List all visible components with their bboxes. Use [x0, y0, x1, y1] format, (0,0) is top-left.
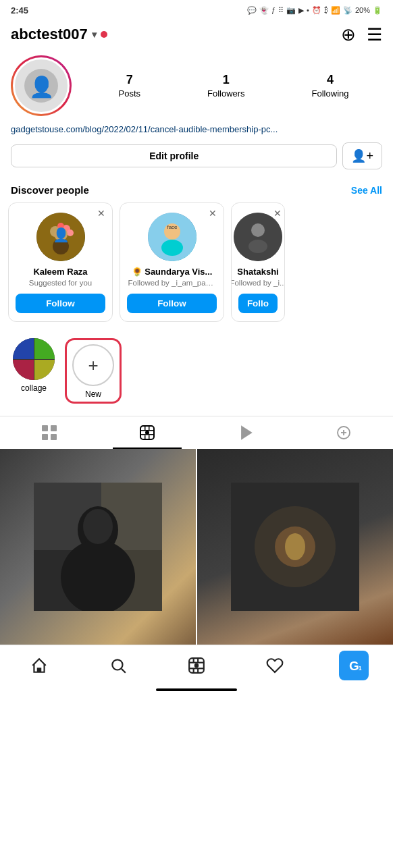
posts-label: Posts	[118, 88, 140, 99]
nav-reels-center[interactable]	[180, 652, 213, 679]
tab-grid[interactable]	[0, 416, 99, 449]
svg-line-43	[121, 669, 125, 673]
heart-icon	[266, 657, 284, 674]
svg-rect-15	[42, 425, 48, 431]
status-bar: 2:45 💬 👻 ƒ ⠿ 📷 ▶ • ⏰ ₿ 📶 📡 20% 🔋	[0, 0, 393, 20]
posts-grid	[0, 449, 393, 645]
nav-home[interactable]	[22, 652, 56, 679]
posts-count: 7	[126, 73, 133, 87]
nav-search[interactable]	[101, 652, 135, 679]
avatar-image-3	[234, 213, 282, 261]
tab-tagged[interactable]	[295, 416, 394, 449]
tab-play[interactable]	[196, 416, 295, 449]
discover-title: Discover people	[11, 184, 89, 196]
scroll-handle	[156, 688, 237, 691]
alarm-icon: ⏰	[312, 6, 321, 15]
svg-rect-23	[145, 426, 146, 430]
collage-cell-4	[34, 360, 55, 381]
stories-row: collage + New	[0, 331, 393, 413]
discover-scroll: ✕ 👤 Kaleem Raza Suggested for you Follow	[0, 202, 393, 331]
svg-text:👤: 👤	[52, 227, 69, 243]
following-count: 4	[327, 73, 334, 87]
svg-rect-25	[145, 435, 146, 439]
svg-rect-41	[37, 668, 42, 672]
facebook-icon: ƒ	[271, 6, 276, 14]
see-all-button[interactable]: See All	[351, 185, 382, 196]
card-close-button-3[interactable]: ✕	[273, 209, 282, 218]
profile-link[interactable]: gadgetstouse.com/blog/2022/02/11/cancel-…	[11, 123, 382, 136]
person-name-2: 🌻 Saundarya Vis...	[132, 267, 213, 277]
discover-header: Discover people See All	[0, 175, 393, 202]
avatar-image-1: 👤	[36, 213, 85, 261]
follow-button-1[interactable]: Follow	[16, 294, 105, 313]
edit-profile-button[interactable]: Edit profile	[11, 144, 337, 167]
post-thumbnail-2[interactable]	[197, 449, 393, 645]
story-label-new: New	[85, 389, 101, 399]
post-image-2	[197, 449, 393, 645]
dropdown-chevron-icon[interactable]: ▾	[92, 29, 97, 40]
following-label: Following	[312, 88, 349, 99]
brand-logo-svg: G 1	[341, 653, 367, 678]
svg-text:G: G	[349, 659, 359, 673]
avatar: 👤	[13, 57, 70, 114]
card-avatar-2: face	[148, 213, 196, 261]
nav-brand[interactable]: G 1	[337, 652, 371, 679]
stat-following[interactable]: 4 Following	[312, 73, 349, 99]
svg-point-36	[83, 509, 113, 544]
nav-likes[interactable]	[258, 652, 292, 679]
profile-section: 👤 7 Posts 1 Followers 4 Following gadget…	[0, 49, 393, 175]
wifi-icon: 📶	[331, 6, 340, 15]
stat-followers[interactable]: 1 Followers	[207, 73, 245, 99]
person-name-3: Shatakshi	[237, 267, 278, 277]
menu-button[interactable]: ☰	[367, 26, 382, 43]
svg-point-45	[194, 663, 199, 668]
story-item-new[interactable]: + New	[65, 338, 122, 404]
followers-label: Followers	[207, 88, 245, 99]
bottom-nav: G 1	[0, 645, 393, 684]
post-thumbnail-1[interactable]	[0, 449, 196, 645]
collage-cell-3	[13, 360, 34, 381]
add-post-button[interactable]: ⊕	[341, 26, 356, 43]
header-left: abctest007 ▾	[11, 26, 107, 43]
svg-rect-24	[149, 426, 150, 430]
status-icons: 💬 👻 ƒ ⠿ 📷 ▶ • ⏰ ₿ 📶 📡 20% 🔋	[247, 6, 382, 15]
dot-icon: •	[307, 6, 309, 14]
follow-button-2[interactable]: Follow	[127, 294, 217, 313]
svg-point-40	[285, 533, 305, 560]
reels-icon	[139, 425, 155, 441]
svg-text:face: face	[167, 224, 178, 230]
brand-logo: G 1	[339, 651, 369, 680]
avatar-person-icon: 👤	[29, 77, 54, 97]
svg-point-14	[248, 240, 267, 253]
profile-tabs	[0, 416, 393, 449]
card-avatar-3	[234, 213, 282, 261]
story-new-icon[interactable]: +	[72, 344, 114, 386]
followers-count: 1	[223, 73, 230, 87]
message-icon: 💬	[247, 6, 257, 15]
story-item-collage[interactable]: collage	[11, 338, 57, 404]
story-label-collage: collage	[21, 383, 47, 393]
tab-reels[interactable]	[99, 416, 197, 449]
post-image-svg-1	[34, 483, 162, 611]
svg-rect-18	[51, 434, 57, 440]
battery-icon: 🔋	[373, 6, 382, 15]
person-sub-1: Suggested for you	[29, 279, 92, 287]
avatar-wrapper[interactable]: 👤	[11, 55, 72, 116]
card-close-button[interactable]: ✕	[97, 209, 105, 218]
add-person-button[interactable]: 👤+	[342, 142, 382, 169]
stat-posts[interactable]: 7 Posts	[118, 73, 140, 99]
tag-icon	[336, 425, 352, 441]
follow-button-3[interactable]: Follo	[238, 294, 278, 313]
card-close-button-2[interactable]: ✕	[209, 209, 217, 218]
card-avatar: 👤	[36, 213, 85, 261]
avatar-image-2: face	[148, 213, 196, 261]
svg-rect-16	[51, 425, 57, 431]
notification-dot	[101, 31, 107, 38]
keypad-icon: ⠿	[278, 6, 284, 15]
play-icon	[238, 425, 254, 441]
profile-actions: Edit profile 👤+	[11, 142, 382, 169]
post-image-1	[0, 449, 196, 645]
svg-rect-21	[140, 430, 154, 431]
instagram-icon: 📷	[286, 6, 296, 15]
svg-point-35	[61, 540, 135, 611]
